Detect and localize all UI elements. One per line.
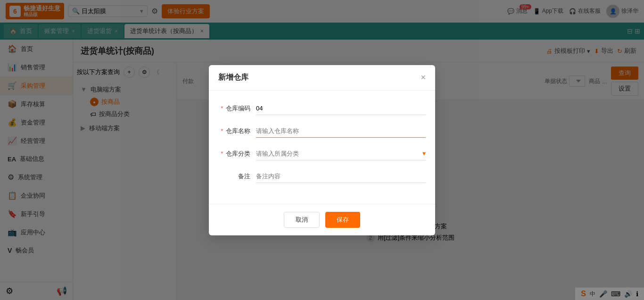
- save-button[interactable]: 保存: [325, 212, 360, 228]
- warehouse-category-input[interactable]: [256, 147, 422, 160]
- modal-close-button[interactable]: ×: [421, 73, 426, 83]
- modal-footer: 取消 保存: [209, 204, 435, 235]
- warehouse-code-field: * 仓库编码: [218, 102, 426, 115]
- required-star-2: *: [221, 127, 223, 134]
- modal-header: 新增仓库 ×: [209, 65, 435, 91]
- warehouse-name-label: * 仓库名称: [218, 127, 256, 135]
- warehouse-name-field: * 仓库名称: [218, 125, 426, 138]
- modal-new-warehouse: 新增仓库 × * 仓库编码 * 仓库名称: [209, 65, 435, 235]
- warehouse-category-label: * 仓库分类: [218, 150, 256, 158]
- warehouse-category-wrap[interactable]: ▾: [256, 147, 426, 160]
- category-chevron-icon: ▾: [422, 150, 426, 157]
- required-star-1: *: [221, 105, 223, 112]
- warehouse-note-label: 备注: [218, 172, 256, 181]
- modal-title: 新增仓库: [218, 73, 248, 83]
- modal-overlay: 新增仓库 × * 仓库编码 * 仓库名称: [0, 0, 644, 300]
- cancel-button[interactable]: 取消: [284, 212, 320, 228]
- modal-body: * 仓库编码 * 仓库名称 * 仓库分类: [209, 91, 435, 204]
- warehouse-name-input[interactable]: [256, 125, 426, 138]
- warehouse-category-field: * 仓库分类 ▾: [218, 147, 426, 160]
- warehouse-note-input[interactable]: [256, 170, 426, 183]
- warehouse-note-field: 备注: [218, 170, 426, 183]
- required-star-3: *: [221, 150, 223, 157]
- warehouse-code-label: * 仓库编码: [218, 104, 256, 113]
- warehouse-code-input[interactable]: [256, 102, 426, 115]
